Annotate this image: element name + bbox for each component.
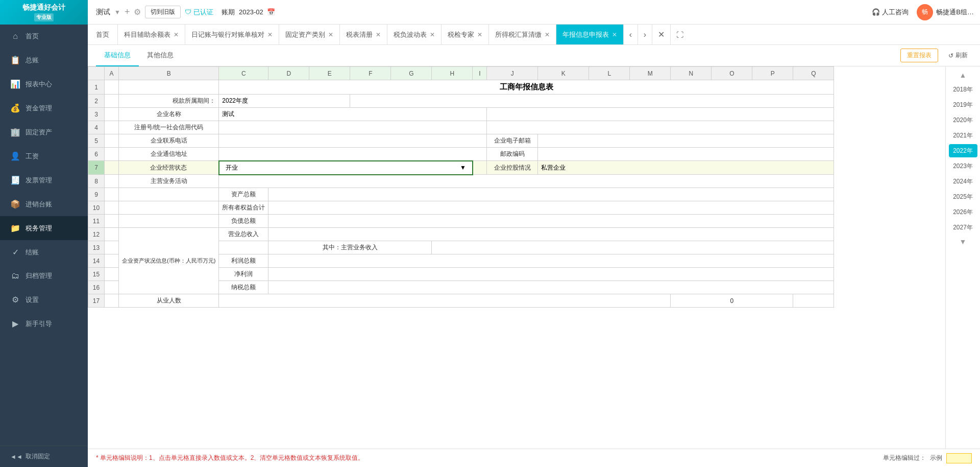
cell-12c[interactable]: 营业总收入 [219, 228, 268, 241]
cell-16d[interactable] [268, 281, 834, 294]
cell-2a[interactable] [105, 95, 119, 108]
col-N[interactable]: N [671, 67, 712, 80]
reset-button[interactable]: 重置报表 [900, 49, 938, 62]
cell-5b[interactable]: 企业联系电话 [119, 134, 219, 148]
cell-title[interactable]: 工商年报信息表 [219, 80, 834, 95]
cell-13h[interactable] [432, 241, 834, 254]
col-H[interactable]: H [432, 67, 473, 80]
col-G[interactable]: G [391, 67, 432, 80]
sidebar-item-invoice[interactable]: 🧾 发票管理 [0, 168, 88, 192]
cell-7k[interactable]: 私营企业 [538, 161, 834, 175]
sidebar-item-payroll[interactable]: 👤 工资 [0, 144, 88, 168]
cell-11d[interactable] [268, 215, 834, 228]
year-2023[interactable]: 2023年 [949, 159, 977, 173]
cell-6k[interactable] [538, 148, 834, 161]
cell-5k[interactable] [538, 134, 834, 148]
cell-13d[interactable]: 其中：主营业务收入 [268, 241, 432, 254]
year-2027[interactable]: 2027年 [949, 221, 977, 234]
cell-2e[interactable] [350, 95, 834, 108]
tab-tax-expert[interactable]: 税检专家 ✕ [442, 25, 489, 45]
cell-4b[interactable]: 注册号/统一社会信用代码 [119, 121, 219, 134]
cell-10d[interactable] [268, 201, 834, 215]
cell-13c[interactable] [219, 241, 268, 254]
cell-6j[interactable]: 邮政编码 [487, 148, 538, 161]
year-2018[interactable]: 2018年 [949, 83, 977, 96]
col-K[interactable]: K [538, 67, 589, 80]
tab-next-button[interactable]: › [638, 25, 652, 45]
dropdown-arrow-icon[interactable]: ▼ [460, 164, 466, 171]
tab-tax-fluctuation[interactable]: 税负波动表 ✕ [387, 25, 442, 45]
col-P[interactable]: P [752, 67, 793, 80]
col-Q[interactable]: Q [793, 67, 834, 80]
tab-home[interactable]: 首页 [88, 25, 118, 45]
cell-11b[interactable] [119, 215, 219, 228]
sidebar-item-archive[interactable]: 🗂 归档管理 [0, 264, 88, 288]
cell-4j[interactable] [487, 121, 834, 134]
col-B[interactable]: B [119, 67, 219, 80]
cell-8c[interactable] [219, 175, 834, 188]
company-name[interactable]: 测试 [96, 8, 110, 17]
year-scroll-down[interactable]: ▼ [955, 236, 971, 247]
cell-3j[interactable] [487, 108, 834, 121]
year-2020[interactable]: 2020年 [949, 113, 977, 127]
sidebar-item-guide[interactable]: ▶ 新手引导 [0, 312, 88, 336]
sidebar-item-ledger[interactable]: 📋 总账 [0, 48, 88, 72]
cell-6a[interactable] [105, 148, 119, 161]
cell-10c[interactable]: 所有者权益合计 [219, 201, 268, 215]
cell-2b[interactable]: 税款所属期间： [119, 95, 219, 108]
col-F[interactable]: F [350, 67, 391, 80]
year-2026[interactable]: 2026年 [949, 205, 977, 219]
cell-16c[interactable]: 纳税总额 [219, 281, 268, 294]
cell-17b[interactable]: 从业人数 [119, 294, 219, 308]
cell-3b[interactable]: 企业名称 [119, 108, 219, 121]
add-tab-button[interactable]: + [125, 7, 130, 17]
cell-2c[interactable]: 2022年度 [219, 95, 350, 108]
cell-1b[interactable] [119, 80, 219, 95]
sub-tab-basic[interactable]: 基础信息 [96, 45, 139, 66]
cell-7c-dropdown[interactable]: 开业 ▼ [219, 161, 473, 175]
cell-12d[interactable] [268, 228, 834, 241]
col-O[interactable]: O [712, 67, 752, 80]
sidebar-item-close[interactable]: ✓ 结账 [0, 240, 88, 264]
col-J[interactable]: J [487, 67, 538, 80]
pin-button[interactable]: ◄◄ 取消固定 [0, 446, 88, 467]
cell-5j[interactable]: 企业电子邮箱 [487, 134, 538, 148]
col-D[interactable]: D [268, 67, 309, 80]
tab-prev-button[interactable]: ‹ [624, 25, 638, 45]
year-2019[interactable]: 2019年 [949, 98, 977, 111]
customer-service-button[interactable]: 🎧 人工咨询 [872, 8, 909, 17]
cell-4c[interactable] [219, 121, 487, 134]
tab-tax-form[interactable]: 税表清册 ✕ [340, 25, 387, 45]
cell-5a[interactable] [105, 134, 119, 148]
year-2025[interactable]: 2025年 [949, 190, 977, 203]
cell-9d[interactable] [268, 188, 834, 201]
refresh-button[interactable]: ↺ 刷新 [944, 49, 972, 62]
switch-old-button[interactable]: 切到旧版 [145, 6, 181, 18]
cell-7i[interactable] [473, 161, 487, 175]
tab-fixed-category[interactable]: 固定资产类别 ✕ [279, 25, 340, 45]
cell-7j[interactable]: 企业控股情况 [487, 161, 538, 175]
sub-tab-other[interactable]: 其他信息 [139, 45, 182, 66]
sidebar-item-funds[interactable]: 💰 资金管理 [0, 96, 88, 120]
cell-16a[interactable] [105, 281, 119, 294]
cell-4a[interactable] [105, 121, 119, 134]
year-2022[interactable]: 2022年 [949, 144, 977, 157]
tab-journal-bank[interactable]: 日记账与银行对账单核对 ✕ [185, 25, 279, 45]
sidebar-item-tax[interactable]: 📁 税务管理 [0, 216, 88, 240]
tab-close-icon[interactable]: ✕ [376, 31, 381, 38]
tab-close-icon[interactable]: ✕ [267, 31, 273, 38]
tab-close-icon[interactable]: ✕ [477, 31, 482, 38]
cell-8b[interactable]: 主营业务活动 [119, 175, 219, 188]
sidebar-item-home[interactable]: ⌂ 首页 [0, 25, 88, 48]
cell-14a[interactable] [105, 254, 119, 268]
cell-8a[interactable] [105, 175, 119, 188]
cell-7b[interactable]: 企业经营状态 [119, 161, 219, 175]
tab-close-icon[interactable]: ✕ [545, 31, 550, 38]
cell-14d[interactable] [268, 254, 834, 268]
tab-aux-balance[interactable]: 科目辅助余额表 ✕ [118, 25, 185, 45]
year-scroll-up[interactable]: ▲ [955, 69, 971, 81]
cell-10b[interactable] [119, 201, 219, 215]
cell-13a[interactable] [105, 241, 119, 254]
sidebar-item-settings[interactable]: ⚙ 设置 [0, 288, 88, 312]
sidebar-item-inventory[interactable]: 📦 进销台账 [0, 192, 88, 216]
